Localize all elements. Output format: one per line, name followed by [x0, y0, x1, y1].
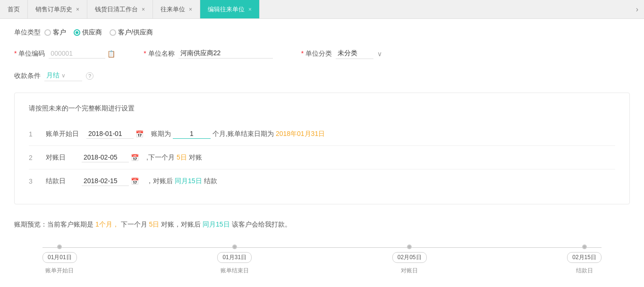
period-date-1-calendar[interactable]: 📅	[136, 130, 144, 138]
period-num-1: 1	[29, 130, 38, 138]
timeline-badge-4: 02月15日	[567, 252, 602, 263]
period-date-2-input[interactable]	[82, 152, 129, 162]
radio-supplier[interactable]: 供应商	[74, 28, 102, 37]
radio-customer-circle	[44, 29, 51, 36]
payment-terms-value: 月结	[46, 71, 59, 80]
period-months-input[interactable]	[173, 129, 211, 139]
period-suffix-3-after: 结款	[204, 177, 217, 186]
radio-group: 客户 供应商 客户/供应商	[44, 28, 153, 37]
radio-both[interactable]: 客户/供应商	[110, 28, 153, 37]
period-date-2-calendar[interactable]: 📅	[131, 154, 139, 161]
timeline-point-1: 01月01日 账单开始日	[42, 245, 77, 275]
period-suffix-1-middle: 个月,账单结束日期为	[212, 130, 274, 138]
unit-name-label: 单位名称	[144, 50, 174, 58]
period-num-3: 3	[29, 177, 38, 185]
period-label-3: 结款日	[46, 177, 74, 186]
preview-part2-suffix: 对账，对账后	[161, 220, 201, 228]
tab-sales-history-label: 销售订单历史	[35, 5, 72, 14]
radio-both-label: 客户/供应商	[118, 28, 153, 37]
period-row-1: 1 账单开始日 📅 账期为 个月,账单结束日期为 2018年01月31日	[29, 122, 615, 146]
unit-category-value: 未分类	[336, 48, 373, 59]
preview-part2-highlight: 5日	[149, 220, 159, 228]
preview-part2-prefix: 下一个月	[121, 220, 147, 228]
timeline-point-3: 02月05日 对账日	[392, 245, 427, 275]
period-suffix-3: ，对账后 同月15日 结款	[146, 177, 217, 186]
period-date-3-input[interactable]	[82, 176, 129, 186]
period-day-highlight: 5日	[177, 153, 187, 162]
tab-cash-work-close[interactable]: ×	[142, 6, 145, 13]
period-row-3: 3 结款日 📅 ，对账后 同月15日 结款	[29, 169, 615, 193]
period-date-1-group: 📅	[86, 129, 144, 139]
unit-code-input[interactable]	[49, 49, 105, 59]
radio-customer-label: 客户	[53, 28, 66, 37]
tab-sales-history[interactable]: 销售订单历史 ×	[28, 0, 87, 18]
radio-supplier-circle	[74, 29, 80, 36]
tabs-bar: 首页 销售订单历史 × 钱货日清工作台 × 往来单位 × 编辑往来单位 × ›	[0, 0, 644, 19]
tab-edit-partner-close[interactable]: ×	[248, 6, 252, 13]
timeline-point-4: 02月15日 结款日	[567, 245, 602, 275]
preview-label: 账期预览：当前客户账期是	[14, 220, 93, 228]
timeline-point-2: 01月31日 账单结束日	[217, 245, 252, 275]
period-date-3-calendar[interactable]: 📅	[131, 177, 139, 185]
payment-terms-group: 收款条件 月结 ∨ ?	[14, 70, 93, 81]
timeline-badge-1: 01月01日	[42, 252, 77, 263]
period-date-2-group: 📅	[82, 152, 139, 162]
unit-type-group: 单位类型 客户 供应商 客户/供应商	[14, 28, 153, 37]
period-settings-box: 请按照未来的一个完整帐期进行设置 1 账单开始日 📅 账期为 个月,账单结束日期…	[14, 93, 630, 204]
timeline-points: 01月01日 账单开始日 01月31日 账单结束日 02月05日 对账日	[24, 245, 620, 275]
period-suffix-1-before: 账期为	[151, 130, 171, 138]
unit-info-row: 单位编码 📋 单位名称 单位分类 未分类 ∨	[14, 48, 630, 59]
tab-partners[interactable]: 往来单位 ×	[153, 0, 200, 18]
period-date-1-input[interactable]	[86, 129, 134, 139]
unit-category-label: 单位分类	[301, 50, 332, 58]
unit-code-label: 单位编码	[14, 50, 45, 58]
period-month-day-highlight: 同月15日	[175, 177, 202, 186]
tab-sales-history-close[interactable]: ×	[76, 6, 79, 13]
timeline-badge-3: 02月05日	[392, 252, 427, 263]
tabs-more-button[interactable]: ›	[630, 0, 644, 18]
tab-edit-partner-label: 编辑往来单位	[208, 5, 245, 14]
preview-text: 账期预览：当前客户账期是 1个月， 下一个月 5日 对账，对账后 同月15日 该…	[14, 219, 630, 230]
radio-both-circle	[110, 29, 116, 36]
unit-code-input-group: 📋	[49, 49, 115, 59]
period-suffix-2-after: 对账	[189, 153, 202, 162]
timeline: 01月01日 账单开始日 01月31日 账单结束日 02月05日 对账日	[14, 240, 630, 287]
payment-terms-select[interactable]: 月结 ∨	[44, 70, 82, 81]
unit-code-group: 单位编码 📋	[14, 49, 115, 59]
period-suffix-3-prefix: ，对账后	[146, 177, 173, 186]
unit-name-input[interactable]	[178, 49, 273, 59]
tab-partners-close[interactable]: ×	[189, 6, 192, 13]
unit-type-label: 单位类型	[14, 28, 41, 37]
period-date-3-group: 📅	[82, 176, 139, 186]
help-icon-label: ?	[88, 73, 91, 79]
tab-home-label: 首页	[8, 5, 20, 14]
tab-cash-work[interactable]: 钱货日清工作台 ×	[87, 0, 153, 18]
help-icon[interactable]: ?	[86, 72, 93, 80]
radio-supplier-label: 供应商	[82, 28, 102, 37]
unit-name-group: 单位名称	[144, 49, 272, 59]
timeline-badge-2: 01月31日	[217, 252, 252, 263]
tab-edit-partner[interactable]: 编辑往来单位 ×	[200, 0, 260, 18]
period-num-2: 2	[29, 154, 38, 161]
unit-category-select[interactable]: 未分类 ∨	[336, 48, 392, 59]
timeline-label-1: 账单开始日	[45, 267, 74, 275]
period-suffix-2: ,下一个月 5日 对账	[146, 153, 202, 162]
tab-cash-work-label: 钱货日清工作台	[95, 5, 138, 14]
radio-customer[interactable]: 客户	[44, 28, 66, 37]
preview-part3-suffix: 该客户会给我打款。	[232, 220, 291, 228]
period-suffix-2-prefix: ,下一个月	[146, 153, 175, 162]
period-row-2: 2 对账日 📅 ,下一个月 5日 对账	[29, 146, 615, 169]
payment-terms-chevron: ∨	[61, 72, 66, 79]
period-label-1: 账单开始日	[46, 130, 79, 138]
timeline-label-4: 结款日	[576, 267, 593, 275]
tab-home[interactable]: 首页	[0, 0, 28, 18]
unit-category-group: 单位分类 未分类 ∨	[301, 48, 392, 59]
preview-part1: 1个月，	[95, 220, 119, 228]
timeline-label-2: 账单结束日	[220, 267, 249, 275]
unit-type-row: 单位类型 客户 供应商 客户/供应商	[14, 28, 630, 37]
timeline-label-3: 对账日	[401, 267, 418, 275]
copy-icon[interactable]: 📋	[107, 50, 115, 58]
unit-category-chevron: ∨	[377, 50, 382, 58]
payment-terms-row: 收款条件 月结 ∨ ?	[14, 70, 630, 81]
period-end-date-highlight: 2018年01月31日	[276, 130, 325, 138]
